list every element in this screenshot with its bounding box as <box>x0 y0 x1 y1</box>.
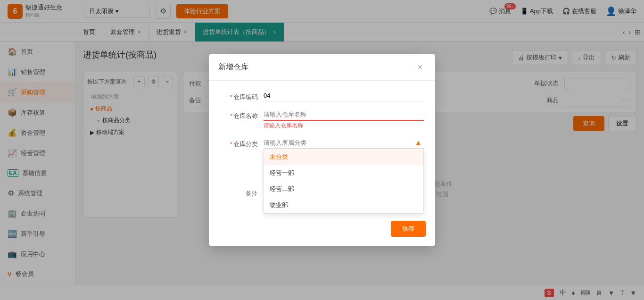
category-input[interactable] <box>264 137 424 149</box>
note-label: 备注 <box>220 187 258 198</box>
name-error-msg: 请输入仓库名称 <box>264 122 424 130</box>
dropdown-option-dept2[interactable]: 经营二部 <box>264 181 423 197</box>
name-input[interactable] <box>264 109 424 121</box>
modal-overlay: 新增仓库 × *仓库编码 *仓库名称 请输入仓库名称 <box>0 0 644 300</box>
modal-footer: 保存 <box>209 215 435 246</box>
category-label: *仓库分类 <box>220 137 258 149</box>
modal-header: 新增仓库 × <box>209 54 435 81</box>
dropdown-option-dept1[interactable]: 经营一部 <box>264 165 423 181</box>
category-dropdown-list: 未分类 经营一部 经营二部 物业部 <box>264 149 424 214</box>
save-button[interactable]: 保存 <box>391 221 426 237</box>
category-dropdown-wrapper: ▲ 未分类 经营一部 经营二部 物业部 <box>264 137 424 149</box>
modal-close-button[interactable]: × <box>414 61 426 73</box>
form-row-name: *仓库名称 请输入仓库名称 <box>220 109 424 130</box>
name-label: *仓库名称 <box>220 109 258 120</box>
dropdown-option-uncategorized[interactable]: 未分类 <box>264 149 423 165</box>
code-input[interactable] <box>264 90 424 101</box>
code-label: *仓库编码 <box>220 90 258 101</box>
modal-title: 新增仓库 <box>218 62 248 72</box>
form-row-category: *仓库分类 ▲ 未分类 经营一部 经营二部 物业部 <box>220 137 424 149</box>
dropdown-option-property[interactable]: 物业部 <box>264 197 423 213</box>
modal-body: *仓库编码 *仓库名称 请输入仓库名称 *仓库分类 <box>209 81 435 215</box>
modal-new-warehouse: 新增仓库 × *仓库编码 *仓库名称 请输入仓库名称 <box>209 54 435 246</box>
form-row-code: *仓库编码 <box>220 90 424 101</box>
